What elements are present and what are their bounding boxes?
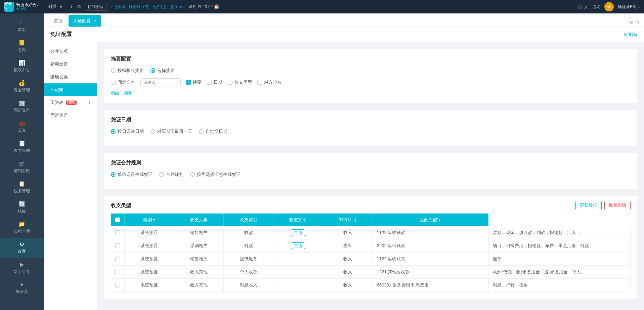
expand-arrow-icon: › [89, 100, 90, 105]
layout: ⌂ 首页 📒 总账 📊 报表中心 💰 资金管理 🏢 固定资产 💼 工资 🧾 发票… [0, 13, 644, 310]
summary-radio-select[interactable]: 选择摘要 [151, 68, 175, 74]
product-tags: 好会计（专）+好生意（标）+... [129, 4, 185, 10]
row2-keywords: 项目，日常费用，报销款，车费，承兑汇票，付款 [488, 239, 630, 253]
summary-section-title: 摘要配置 [111, 56, 631, 62]
ledger-icon: 📒 [18, 39, 25, 46]
logo-icon: 好会计 [4, 2, 14, 12]
date-section-title: 凭证日期 [111, 117, 631, 123]
top-navigation: 好会计 畅捷通好会计 专业版 测试 ▾ ＋ ⚙ 切到旧版 ✓ 已认证 好会计（专… [0, 0, 644, 13]
sidebar-item-guide[interactable]: ▶ 新手引导 [0, 258, 44, 278]
leftnav-item-payroll[interactable]: 工资表 NEW › [44, 96, 97, 109]
row4-keywords: 收到*借款，收到*备用金，退回*备用金，个人 [488, 266, 630, 279]
select-all-checkbox[interactable]: ✓ [115, 218, 120, 222]
row4-category: 系统预置 [124, 266, 174, 279]
sidebar-item-settings[interactable]: ⚙ 设置 [0, 238, 44, 258]
row5-category: 系统预置 [124, 279, 174, 292]
table-row: 系统预置 销售相关 提供服务 收入 1122 应收账款 服务 [111, 253, 631, 266]
fixed-text-checkbox[interactable]: 固定文本 [111, 79, 135, 85]
content-area: 公共选项 销项发票 进项发票 日记账 工资表 NEW › [44, 42, 644, 310]
dropdown-arrow-icon[interactable]: ▾ [60, 4, 62, 9]
right-content: 摘要配置 按模板版摘要 选择摘要 [97, 42, 644, 310]
merge-radio-merge[interactable]: 合并规则 [159, 171, 183, 178]
leftnav-item-fixed-asset[interactable]: 固定资产 [44, 109, 97, 122]
summary-radio-template[interactable]: 按模板版摘要 [111, 68, 144, 74]
sidebar-item-home[interactable]: ⌂ 首页 [0, 16, 44, 36]
row5-keywords: 利息，行转，按自 [488, 279, 630, 292]
row3-checkbox[interactable] [111, 253, 124, 266]
tab-voucher-config[interactable]: 凭证配置 × [69, 15, 101, 27]
row2-type-tag: 置顶 [273, 239, 323, 253]
page-header: 凭证配置 ↻ 刷新 [44, 27, 644, 42]
sidebar-item-report[interactable]: 📊 报表中心 [0, 56, 44, 76]
table-row: 系统预置 收入其他 个人收款 收入 1221 其他应收款 收到*借款，收到*备用… [111, 266, 631, 279]
close-window-button[interactable]: ✕ [629, 20, 633, 25]
settings-icon[interactable]: ⚙ [77, 4, 81, 9]
customer-service-button[interactable]: 🎧 人工咨询 [578, 4, 600, 10]
fixed-text-input[interactable] [140, 78, 181, 86]
tab-bar: 首页 凭证配置 × ✕ □ [44, 13, 644, 27]
sidebar-item-settle[interactable]: 🔄 结账 [0, 197, 44, 218]
date-section: 凭证日期 按日记账日期 对应期间最后一天 自定义日期 [104, 110, 637, 146]
section-divider-1 [104, 103, 637, 103]
row5-checkbox[interactable] [111, 279, 124, 292]
row5-major-type: 收入其他 [174, 279, 224, 292]
leftnav-item-journal[interactable]: 日记账 [44, 83, 97, 96]
row3-direction: 收入 [323, 253, 373, 266]
invoice-icon: 🧾 [18, 140, 25, 147]
update-data-button[interactable]: 更新数据 [575, 201, 602, 210]
pin-top-button-2[interactable]: 置顶 [291, 242, 305, 249]
maximize-window-button[interactable]: □ [636, 20, 639, 25]
sidebar-item-ledger[interactable]: 📒 总账 [0, 36, 44, 56]
top-nav-right: 🎧 人工咨询 畅 畅捷通B组... [578, 2, 640, 11]
certified-status: ✓ 已认证 [110, 4, 127, 10]
row1-checkbox[interactable] [111, 226, 124, 239]
guide-icon: ▶ [20, 261, 24, 268]
sidebar-item-assets[interactable]: 🏢 固定资产 [0, 96, 44, 117]
table-row: 系统预置 采购相关 付款 置顶 支出 2202 应付账款 项目，日常费用，报销款… [111, 239, 631, 253]
row3-type-tag [273, 253, 323, 266]
switch-version-button[interactable]: 切到旧版 [85, 3, 107, 11]
capital-icon: 💰 [18, 80, 25, 86]
row2-checkbox[interactable] [111, 239, 124, 253]
left-navigation: 公共选项 销项发票 进项发票 日记账 工资表 NEW › [44, 42, 97, 310]
tab-close-button[interactable]: × [94, 18, 97, 23]
sidebar-item-invoice[interactable]: 🧾 发票管理 [0, 137, 44, 157]
pin-top-button[interactable]: 置顶 [291, 229, 305, 236]
refresh-button[interactable]: ↻ 刷新 [624, 32, 637, 38]
leftnav-item-public[interactable]: 公共选项 [44, 45, 97, 58]
row1-category: 系统预置 [124, 226, 174, 239]
sidebar-item-purchase[interactable]: 🛒 进销台账 [0, 157, 44, 177]
add-button[interactable]: ＋ [69, 3, 74, 10]
radio-period-last-circle [151, 129, 155, 134]
sidebar-item-archive[interactable]: 📁 归档管理 [0, 218, 44, 238]
row3-income-type: 提供服务 [224, 253, 273, 266]
type-checkbox[interactable]: 收支类型 [228, 79, 252, 85]
member-icon: ♦ [20, 281, 23, 287]
income-section: 收支类型 更新数据 批量删除 ✓ 类别 ▾ [104, 196, 637, 299]
sidebar-item-member[interactable]: ♦ 畅会员 [0, 278, 44, 298]
batch-delete-button[interactable]: 批量删除 [604, 201, 631, 210]
summary-radio-group: 按模板版摘要 选择摘要 [111, 68, 631, 74]
summary-checkbox[interactable]: ✓ 摘要 [186, 79, 202, 85]
leftnav-item-purchase[interactable]: 进项发票 [44, 71, 97, 83]
leftnav-item-sales[interactable]: 销项发票 [44, 58, 97, 71]
sidebar-item-tax[interactable]: 📋 税务管理 [0, 177, 44, 197]
income-section-title: 收支类型 [111, 202, 131, 209]
example-text: 例如： 摘要 [111, 90, 631, 96]
main-content: 首页 凭证配置 × ✕ □ 凭证配置 ↻ 刷新 公共选项 [44, 13, 644, 310]
row4-checkbox[interactable] [111, 266, 124, 279]
counterparty-checkbox[interactable]: 对方户名 [257, 79, 282, 85]
row4-income-type: 个人收款 [224, 266, 273, 279]
row5-direction: 收入 [323, 279, 373, 292]
date-checkbox[interactable]: 日期 [207, 79, 222, 85]
sidebar-item-salary[interactable]: 💼 工资 [0, 117, 44, 137]
date-radio-custom[interactable]: 自定义日期 [199, 128, 227, 134]
calendar-icon[interactable]: 📅 [214, 4, 219, 9]
sidebar-item-capital[interactable]: 💰 资金管理 [0, 76, 44, 96]
row4-subject: 1221 其他应收款 [373, 266, 488, 279]
date-radio-period-last[interactable]: 对应期间最后一天 [151, 128, 192, 134]
merge-radio-selected[interactable]: 按照选择汇总生成凭证 [190, 171, 241, 178]
tab-home[interactable]: 首页 [49, 15, 67, 27]
date-radio-journal[interactable]: 按日记账日期 [111, 128, 144, 134]
merge-radio-single[interactable]: 单条记录生成凭证 [111, 171, 153, 178]
